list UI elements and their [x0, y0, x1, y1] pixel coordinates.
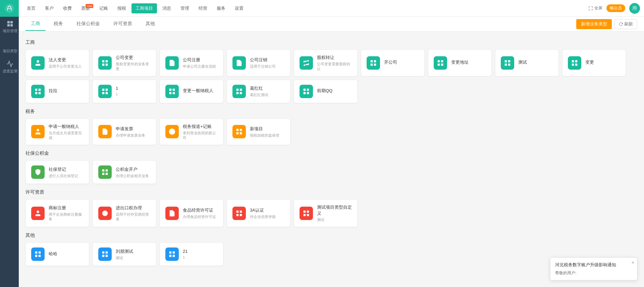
card-change-taxpayer[interactable]: 变更一般纳税人	[160, 80, 223, 103]
card-title-haha: 哈哈	[49, 251, 57, 257]
card-haha[interactable]: 哈哈	[25, 242, 89, 266]
card-title-food: 食品经营许可证	[183, 207, 216, 213]
card-legal-change[interactable]: 法人变更 适用于公司变更法人	[25, 50, 89, 76]
card-icon-fund	[98, 165, 112, 179]
svg-rect-54	[236, 129, 238, 131]
nav-message[interactable]: 消息	[158, 3, 175, 13]
nav-home[interactable]: 首页	[23, 3, 40, 13]
fullscreen-btn[interactable]: 全屏	[588, 5, 602, 11]
svg-point-51	[169, 129, 175, 135]
notification-title: 河北税务数字账户升级影响通知	[555, 262, 632, 268]
card-company-cancel[interactable]: 公司注销 适用于注销公司	[227, 50, 290, 76]
tab-other[interactable]: 其他	[140, 17, 160, 31]
card-title-test-type: 测试项目类型自定义	[317, 204, 352, 216]
nav-ticket[interactable]: 票据 new	[77, 3, 94, 13]
svg-rect-37	[173, 88, 175, 90]
card-title-tax-report: 税务报道+记账	[183, 124, 218, 130]
card-test-type[interactable]: 测试项目类型自定义 测试	[294, 199, 358, 227]
card-trademark[interactable]: 商标注册 用于企业商标注册服务	[25, 199, 89, 227]
svg-rect-46	[304, 92, 306, 94]
nav-industry[interactable]: 工商项目	[131, 3, 157, 13]
card-icon-import-export	[98, 207, 112, 220]
new-type-button[interactable]: 新增业务类型	[576, 19, 612, 29]
nav-customer[interactable]: 客户	[41, 3, 58, 13]
card-company-change[interactable]: 公司变更 股权变更外的业务变更	[93, 50, 156, 76]
svg-rect-17	[441, 60, 443, 62]
svg-rect-36	[169, 88, 171, 90]
card-title-company-reg: 公司注册	[183, 57, 216, 63]
card-one[interactable]: 1 1	[93, 80, 156, 103]
nav-manage[interactable]: 管理	[176, 3, 193, 13]
nav-billing[interactable]: 收费	[59, 3, 76, 13]
section-title-tax: 税务	[25, 109, 637, 115]
tab-license[interactable]: 许可资质	[108, 17, 138, 31]
card-desc-one: 1	[116, 92, 118, 96]
nav-settings[interactable]: 设置	[231, 3, 248, 13]
sidebar-item-label-pt: 项目类型	[3, 49, 17, 54]
card-title-qianqiQQ: 前期QQ	[317, 88, 332, 94]
sidebar-item-progress[interactable]: 进度监测	[0, 57, 19, 77]
svg-rect-14	[371, 64, 373, 66]
svg-rect-22	[505, 64, 507, 66]
vip-button[interactable]: 畅会员	[606, 4, 625, 12]
card-icon-change	[568, 56, 581, 70]
card-gehonghong[interactable]: 葛红红 葛红红测试	[227, 80, 290, 103]
card-apply-invoice[interactable]: 申请发票 办理申请发票业务	[93, 119, 156, 145]
card-tax-report-account[interactable]: 税务报道+记账 拿到营业执照的新公司	[160, 119, 223, 145]
svg-rect-47	[307, 92, 309, 94]
card-lala[interactable]: 拉拉	[25, 80, 89, 103]
card-icon-equity	[300, 56, 313, 70]
cards-grid-tax: 申请一般纳税人 当月或次月成变更完成 申请发票 办理申请发票业务	[25, 119, 637, 145]
svg-rect-19	[441, 64, 443, 66]
card-food-license[interactable]: 食品经营许可证 办理食品经营许可证	[160, 199, 223, 227]
card-title-twenty-one: 21	[183, 249, 187, 254]
card-import-export[interactable]: 进出口权办理 适用于对外贸易经营者	[93, 199, 156, 227]
sidebar-logo[interactable]	[0, 0, 19, 17]
card-icon-address	[434, 56, 447, 70]
tab-industry[interactable]: 工商	[25, 17, 46, 31]
svg-rect-6	[102, 60, 104, 62]
card-3a-cert[interactable]: 3A认证 对企业信誉评级	[227, 199, 290, 227]
svg-rect-45	[307, 88, 309, 90]
card-apply-taxpayer[interactable]: 申请一般纳税人 当月或次月成变更完成	[25, 119, 89, 145]
card-fund-open[interactable]: 公积金开户 办理公积金相关业务	[93, 160, 156, 184]
tab-tax[interactable]: 税务	[48, 17, 68, 31]
user-avatar[interactable]: 用	[629, 3, 640, 14]
topnav-right: 全屏 畅会员 用	[588, 3, 640, 14]
card-icon-lala	[31, 85, 45, 98]
card-title-liupeng: 刘朋测试	[116, 248, 133, 255]
svg-rect-42	[236, 92, 238, 94]
card-icon-social-reg	[31, 165, 45, 179]
nav-service[interactable]: 服务	[213, 3, 229, 13]
notification-close[interactable]: ×	[632, 260, 634, 265]
card-twenty-one[interactable]: 21 1	[160, 242, 223, 266]
notification-content: 尊敬的用户:	[555, 270, 632, 276]
card-change-address[interactable]: 变更地址	[428, 50, 492, 76]
card-social-register[interactable]: 社保登记 进行人员社保登记	[25, 160, 89, 184]
card-liupeng[interactable]: 刘朋测试 测试	[93, 242, 156, 266]
card-icon-test-type	[300, 207, 313, 220]
topnav: 首页 客户 收费 票据 new 记账 报税 工商项目 消息 管理 经营 服务 设…	[19, 0, 644, 17]
card-qianqiQQ[interactable]: 前期QQ	[294, 80, 358, 103]
tab-social[interactable]: 社保公积金	[71, 17, 105, 31]
nav-operation[interactable]: 经营	[195, 3, 211, 13]
card-icon-change-taxpayer	[165, 85, 179, 98]
card-test[interactable]: 测试	[495, 50, 559, 76]
nav-account[interactable]: 记账	[95, 3, 112, 13]
nav-tax[interactable]: 报税	[113, 3, 130, 13]
page-content: 工商 法人变更 适用于公司变更法人	[19, 31, 644, 287]
card-change[interactable]: 变更	[562, 50, 626, 76]
refresh-button[interactable]: 刷新	[614, 19, 637, 29]
card-company-register[interactable]: 公司注册 申请公司注册全流程	[160, 50, 223, 76]
svg-rect-57	[240, 132, 242, 134]
card-open-company[interactable]: 开公司	[361, 50, 425, 76]
card-equity-transfer[interactable]: 股权转让 公司变更需要股权转让	[294, 50, 358, 76]
card-icon-haha	[31, 247, 45, 261]
svg-rect-24	[572, 60, 574, 62]
card-new-project[interactable]: 新项目 报税加税控盘保管	[227, 119, 290, 145]
card-icon-one	[98, 85, 112, 98]
card-title-trademark: 商标注册	[49, 205, 84, 211]
sidebar-item-project-manage[interactable]: 项目管理	[0, 17, 19, 37]
sidebar-item-project-type[interactable]: 项目类型	[0, 37, 19, 57]
card-title-equity: 股权转让	[317, 55, 352, 61]
